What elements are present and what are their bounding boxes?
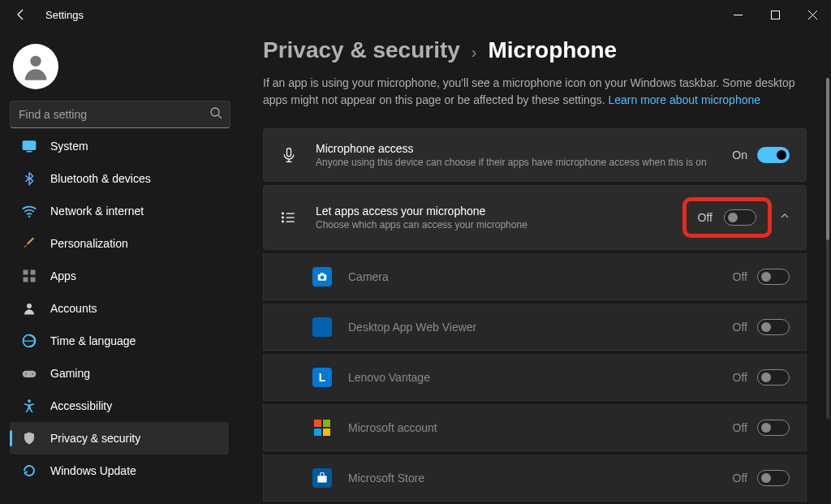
breadcrumb: Privacy & security › Microphone	[263, 37, 807, 63]
toggle-state-label: Off	[733, 472, 747, 485]
setting-let-apps-access[interactable]: Let apps access your microphone Choose w…	[263, 185, 807, 250]
sidebar-item-gaming[interactable]: Gaming	[10, 357, 229, 390]
sidebar-item-label: Accessibility	[50, 399, 112, 412]
page-description: If an app is using your microphone, you'…	[263, 75, 799, 109]
breadcrumb-parent[interactable]: Privacy & security	[263, 37, 460, 63]
svg-point-5	[28, 215, 31, 218]
toggle-state-label: Off	[733, 321, 747, 334]
app-toggle[interactable]	[757, 420, 790, 436]
svg-rect-4	[27, 151, 32, 153]
setting-subtitle: Anyone using this device can choose if t…	[316, 157, 732, 168]
sidebar-item-accessibility[interactable]: Accessibility	[10, 390, 229, 422]
app-toggle[interactable]	[757, 369, 790, 386]
app-row: CameraOff	[263, 253, 807, 300]
let-apps-toggle[interactable]	[724, 209, 756, 226]
svg-rect-27	[317, 476, 326, 482]
app-toggle[interactable]	[757, 470, 790, 486]
toggle-state-label: Off	[733, 270, 747, 283]
shield-icon	[21, 430, 37, 446]
sidebar-item-time-language[interactable]: Time & language	[10, 325, 229, 357]
window-controls	[719, 0, 831, 29]
svg-rect-16	[287, 149, 291, 157]
app-name: Camera	[348, 270, 733, 283]
app-list: CameraOffDesktop App Web ViewerOffLLenov…	[263, 253, 807, 502]
sidebar-item-network-internet[interactable]: Network & internet	[10, 195, 229, 227]
gamepad-icon	[21, 365, 37, 381]
sidebar-item-label: Personalization	[50, 237, 128, 250]
sidebar-item-apps[interactable]: Apps	[10, 260, 229, 292]
breadcrumb-current: Microphone	[488, 37, 617, 63]
svg-point-15	[28, 399, 31, 403]
app-toggle[interactable]	[757, 269, 790, 285]
chevron-right-icon: ›	[471, 43, 477, 62]
sidebar-item-label: Gaming	[50, 367, 90, 380]
app-name: Desktop App Web Viewer	[348, 321, 733, 334]
maximize-button[interactable]	[756, 0, 794, 29]
svg-point-1	[30, 56, 41, 67]
minimize-button[interactable]	[719, 0, 756, 29]
sidebar-item-label: Apps	[50, 269, 76, 282]
sidebar-item-system[interactable]: System	[10, 138, 229, 162]
setting-title: Let apps access your microphone	[316, 205, 682, 218]
app-toggle[interactable]	[757, 319, 790, 335]
svg-rect-0	[771, 11, 779, 19]
avatar[interactable]	[13, 44, 58, 89]
svg-rect-12	[23, 371, 37, 377]
svg-rect-7	[31, 270, 36, 275]
scrollbar[interactable]	[826, 78, 829, 419]
app-icon	[312, 468, 332, 488]
wifi-icon	[21, 203, 37, 219]
toggle-state-label: On	[732, 149, 747, 162]
sidebar-item-bluetooth-devices[interactable]: Bluetooth & devices	[10, 162, 229, 195]
app-row: Desktop App Web ViewerOff	[263, 304, 807, 351]
back-button[interactable]	[13, 6, 29, 23]
sidebar-item-label: Time & language	[50, 334, 136, 347]
update-icon	[21, 463, 37, 479]
svg-point-21	[321, 275, 325, 279]
nav-list[interactable]: SystemBluetooth & devicesNetwork & inter…	[10, 138, 234, 504]
app-row: Microsoft StoreOff	[263, 454, 807, 502]
search-input[interactable]	[10, 101, 230, 128]
person-icon	[21, 300, 37, 317]
app-row: LLenovo VantageOff	[263, 354, 807, 401]
app-name: Lenovo Vantage	[348, 371, 733, 384]
highlight-box: Off	[682, 197, 772, 238]
svg-rect-22	[321, 273, 325, 274]
content: Privacy & security › Microphone If an ap…	[243, 29, 831, 504]
sidebar-item-label: System	[50, 140, 88, 153]
clock-globe-icon	[21, 333, 37, 349]
sidebar-item-privacy-security[interactable]: Privacy & security	[10, 422, 229, 454]
chevron-down-icon	[780, 210, 790, 225]
app-name: Microsoft account	[348, 421, 733, 434]
microphone-access-toggle[interactable]	[757, 147, 790, 163]
svg-rect-9	[31, 278, 36, 282]
learn-more-link[interactable]: Learn more about microphone	[608, 93, 760, 106]
accessibility-icon	[21, 398, 37, 414]
svg-point-18	[282, 217, 284, 218]
sidebar-item-label: Windows Update	[50, 464, 136, 477]
app-icon	[312, 317, 332, 337]
setting-title: Microphone access	[316, 142, 732, 155]
titlebar: Settings	[0, 0, 831, 29]
search-box	[10, 101, 230, 128]
svg-rect-24	[323, 420, 330, 427]
close-button[interactable]	[794, 0, 831, 29]
setting-microphone-access[interactable]: Microphone access Anyone using this devi…	[263, 128, 807, 182]
sidebar-item-personalization[interactable]: Personalization	[10, 227, 229, 260]
svg-point-2	[211, 108, 219, 116]
sidebar: SystemBluetooth & devicesNetwork & inter…	[0, 29, 243, 504]
sidebar-item-label: Network & internet	[50, 205, 144, 218]
setting-subtitle: Choose which apps can access your microp…	[316, 219, 682, 230]
svg-point-14	[32, 373, 33, 375]
sidebar-item-windows-update[interactable]: Windows Update	[10, 454, 229, 487]
svg-point-13	[25, 373, 27, 375]
svg-rect-6	[24, 270, 28, 275]
svg-rect-23	[314, 420, 321, 427]
list-icon	[280, 209, 298, 226]
brush-icon	[21, 235, 37, 252]
toggle-state-label: Off	[733, 371, 747, 384]
svg-rect-26	[323, 429, 330, 436]
app-icon: L	[312, 368, 332, 387]
sidebar-item-accounts[interactable]: Accounts	[10, 292, 229, 325]
window-title: Settings	[45, 9, 84, 21]
